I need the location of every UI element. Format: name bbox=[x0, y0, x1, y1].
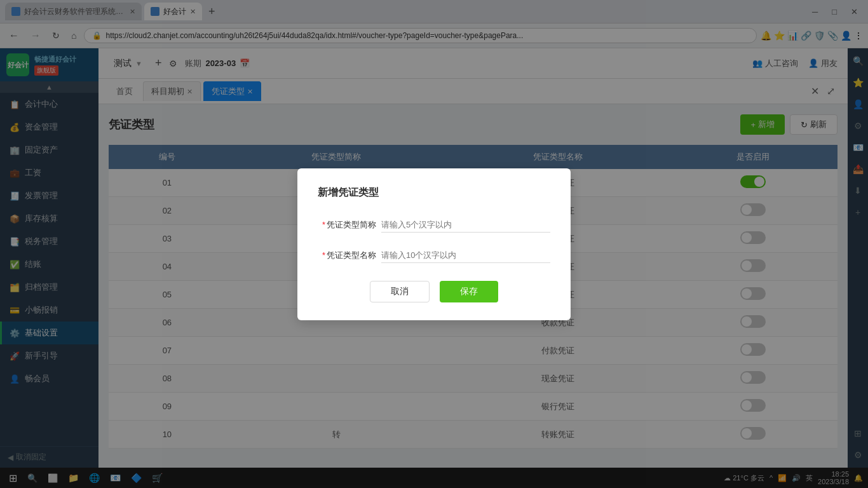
save-button[interactable]: 保存 bbox=[440, 281, 498, 302]
full-name-label: *凭证类型名称 bbox=[318, 250, 381, 261]
required-star-2: * bbox=[322, 250, 325, 260]
cancel-button[interactable]: 取消 bbox=[370, 281, 430, 302]
full-name-input[interactable] bbox=[381, 248, 550, 263]
modal-footer: 取消 保存 bbox=[318, 281, 550, 302]
form-field-fullname: *凭证类型名称 bbox=[318, 248, 550, 263]
short-name-input[interactable] bbox=[381, 217, 550, 233]
required-star-1: * bbox=[322, 220, 325, 229]
modal-title: 新增凭证类型 bbox=[318, 186, 550, 200]
short-name-label: *凭证类型简称 bbox=[318, 219, 381, 231]
form-field-short: *凭证类型简称 bbox=[318, 217, 550, 233]
modal-dialog: 新增凭证类型 *凭证类型简称 *凭证类型名称 取消 保存 bbox=[297, 168, 571, 320]
modal-overlay: 新增凭证类型 *凭证类型简称 *凭证类型名称 取消 保存 bbox=[0, 0, 868, 488]
